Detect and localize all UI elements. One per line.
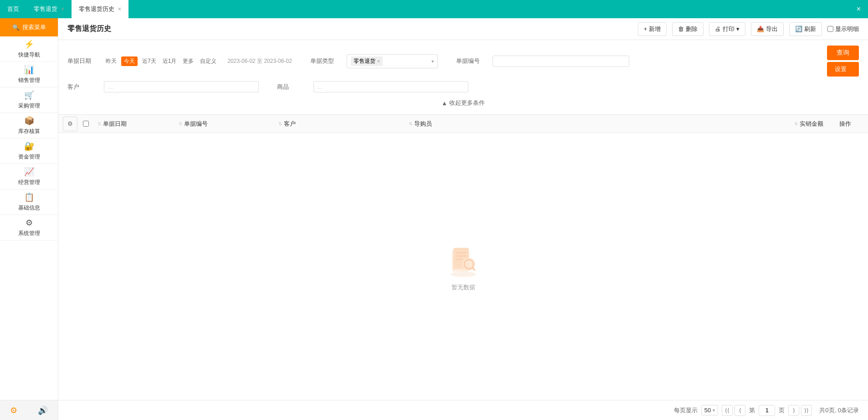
sidebar-item-operation-mgmt[interactable]: 📈 经营管理 bbox=[0, 164, 58, 190]
date-more[interactable]: 更多 bbox=[181, 56, 195, 66]
goods-input[interactable]: ... bbox=[313, 81, 468, 92]
page-size-label: 每页显示 bbox=[674, 406, 698, 415]
col-header-customer: ⇅ 客户 bbox=[275, 120, 405, 128]
tab-retail-return[interactable]: 零售退货 × bbox=[26, 0, 72, 18]
inventory-icon: 📦 bbox=[24, 116, 34, 126]
date-label: 单据日期 bbox=[67, 57, 95, 65]
empty-state-icon bbox=[445, 241, 482, 278]
col-header-action: 操作 bbox=[827, 120, 863, 128]
sales-icon: 📊 bbox=[24, 65, 34, 75]
select-all-checkbox-col[interactable] bbox=[77, 121, 94, 127]
tab-retail-return-history[interactable]: 零售退货历史 × bbox=[72, 0, 128, 18]
export-button[interactable]: 📤 导出 bbox=[751, 22, 784, 36]
sidebar-item-sales-mgmt[interactable]: 📊 销售管理 bbox=[0, 62, 58, 87]
sort-icon-date[interactable]: ⇅ bbox=[98, 121, 101, 126]
type-select-arrow: ▾ bbox=[431, 59, 434, 64]
purchase-icon: 🛒 bbox=[24, 90, 34, 100]
print-dropdown-icon: ▾ bbox=[736, 26, 740, 32]
sidebar-item-inventory[interactable]: 📦 库存核算 bbox=[0, 113, 58, 138]
page-size-arrow: ▾ bbox=[713, 408, 715, 413]
customer-label: 客户 bbox=[67, 83, 95, 91]
sidebar-item-purchase-mgmt[interactable]: 🛒 采购管理 bbox=[0, 87, 58, 113]
page-first-button[interactable]: ⟨⟨ bbox=[722, 405, 733, 416]
sidebar-item-quick-nav[interactable]: ⚡ 快捷导航 bbox=[0, 36, 58, 62]
top-bar: 首页 零售退货 × 零售退货历史 × × bbox=[0, 0, 868, 18]
sidebar-item-finance-mgmt[interactable]: 🔐 资金管理 bbox=[0, 138, 58, 164]
page-title: 零售退货历史 bbox=[67, 24, 638, 34]
page-next-button[interactable]: ⟩ bbox=[788, 405, 799, 416]
page-last-button[interactable]: ⟩⟩ bbox=[801, 405, 812, 416]
collapse-icon: ▲ bbox=[442, 100, 447, 107]
display-detail-input[interactable] bbox=[827, 26, 833, 32]
delete-icon: 🗑 bbox=[678, 26, 684, 32]
finance-icon: 🔐 bbox=[24, 141, 34, 151]
sidebar-item-basic-info[interactable]: 📋 基础信息 bbox=[0, 190, 58, 215]
sidebar-item-system-mgmt[interactable]: ⚙ 系统管理 bbox=[0, 215, 58, 241]
system-icon: ⚙ bbox=[26, 218, 33, 228]
new-button[interactable]: + 新增 bbox=[638, 22, 667, 36]
close-tab-retail-return-history[interactable]: × bbox=[118, 6, 121, 12]
col-header-amount: ⇅ 实销金额 bbox=[758, 120, 827, 128]
svg-line-8 bbox=[472, 267, 475, 270]
col-header-guide: ⇅ 导购员 bbox=[405, 120, 505, 128]
filter-area: 单据日期 昨天 今天 近7天 近1月 更多 自定义 2023-06-02 至 2… bbox=[58, 40, 868, 115]
refresh-icon: 🔄 bbox=[795, 26, 802, 32]
date-range-display: 2023-06-02 至 2023-06-02 bbox=[227, 57, 292, 65]
svg-point-0 bbox=[451, 271, 476, 277]
select-all-checkbox[interactable] bbox=[83, 121, 89, 127]
main-layout: 🔍 搜索菜单 ⚡ 快捷导航 📊 销售管理 🛒 采购管理 📦 库存核算 🔐 资金管… bbox=[0, 18, 868, 420]
print-icon: 🖨 bbox=[715, 26, 721, 32]
close-tab-retail-return[interactable]: × bbox=[61, 6, 64, 12]
filter-row-1: 单据日期 昨天 今天 近7天 近1月 更多 自定义 2023-06-02 至 2… bbox=[67, 46, 859, 77]
date-shortcuts: 昨天 今天 近7天 近1月 更多 自定义 bbox=[104, 56, 218, 66]
quick-nav-icon: ⚡ bbox=[24, 39, 34, 49]
export-icon: 📤 bbox=[757, 26, 764, 32]
refresh-button[interactable]: 🔄 刷新 bbox=[789, 22, 822, 36]
type-label: 单据类型 bbox=[310, 57, 338, 65]
basic-info-icon: 📋 bbox=[24, 192, 34, 202]
date-1month[interactable]: 近1月 bbox=[161, 56, 179, 66]
sidebar-search[interactable]: 🔍 搜索菜单 bbox=[0, 18, 58, 36]
voucher-input[interactable] bbox=[493, 56, 629, 67]
display-detail-checkbox[interactable]: 显示明细 bbox=[827, 25, 859, 33]
page-input[interactable] bbox=[759, 405, 775, 416]
search-icon: 🔍 bbox=[12, 24, 20, 31]
sidebar: 🔍 搜索菜单 ⚡ 快捷导航 📊 销售管理 🛒 采购管理 📦 库存核算 🔐 资金管… bbox=[0, 18, 58, 420]
table-area: ⚙ ⇅ 单据日期 ⇅ 单据编号 ⇅ 客户 ⇅ 导购员 bbox=[58, 115, 868, 420]
col-header-num: ⇅ 单据编号 bbox=[175, 120, 275, 128]
date-today[interactable]: 今天 bbox=[121, 56, 138, 66]
sort-icon-guide[interactable]: ⇅ bbox=[409, 121, 412, 126]
settings-bottom-icon[interactable]: ⚙ bbox=[10, 405, 17, 415]
content-area: 零售退货历史 + 新增 🗑 删除 🖨 打印 ▾ 📤 导出 bbox=[58, 18, 868, 420]
print-button[interactable]: 🖨 打印 ▾ bbox=[709, 22, 745, 36]
sort-icon-amount[interactable]: ⇅ bbox=[794, 121, 798, 126]
tab-home[interactable]: 首页 bbox=[0, 0, 26, 18]
page-size-select[interactable]: 50 ▾ bbox=[701, 405, 718, 415]
query-button[interactable]: 查询 bbox=[827, 46, 859, 60]
column-settings-icon[interactable]: ⚙ bbox=[63, 117, 77, 131]
setting-button[interactable]: 设置 bbox=[827, 62, 859, 77]
page-total: 共0页, 0条记录 bbox=[819, 406, 859, 415]
page-label: 第 bbox=[749, 406, 755, 415]
window-close-button[interactable]: × bbox=[849, 5, 868, 13]
type-tag: 零售退货 × bbox=[351, 56, 383, 66]
collapse-filter-button[interactable]: ▲ 收起更多条件 bbox=[67, 97, 859, 109]
filter-row-2: 客户 ... 商品 ... bbox=[67, 81, 859, 92]
type-select[interactable]: 零售退货 × ▾ bbox=[347, 54, 438, 68]
page-prev-button[interactable]: ⟨ bbox=[734, 405, 745, 416]
table-header: ⚙ ⇅ 单据日期 ⇅ 单据编号 ⇅ 客户 ⇅ 导购员 bbox=[58, 115, 868, 133]
date-7days[interactable]: 近7天 bbox=[140, 56, 158, 66]
pagination: 每页显示 50 ▾ ⟨⟨ ⟨ 第 页 ⟩ ⟩⟩ 共0页, 0条记录 bbox=[58, 400, 868, 420]
sort-icon-customer[interactable]: ⇅ bbox=[278, 121, 282, 126]
empty-state: 暂无数据 bbox=[58, 133, 868, 400]
voucher-label: 单据编号 bbox=[456, 57, 483, 65]
page-nav: ⟨⟨ ⟨ 第 页 ⟩ ⟩⟩ bbox=[722, 405, 812, 416]
sort-icon-num[interactable]: ⇅ bbox=[179, 121, 182, 126]
empty-state-text: 暂无数据 bbox=[452, 283, 475, 292]
type-tag-remove[interactable]: × bbox=[377, 58, 380, 64]
date-custom[interactable]: 自定义 bbox=[198, 56, 218, 66]
customer-input[interactable]: ... bbox=[104, 81, 259, 92]
delete-button[interactable]: 🗑 删除 bbox=[672, 22, 704, 36]
sound-bottom-icon[interactable]: 🔊 bbox=[38, 405, 48, 415]
date-yesterday[interactable]: 昨天 bbox=[104, 56, 118, 66]
